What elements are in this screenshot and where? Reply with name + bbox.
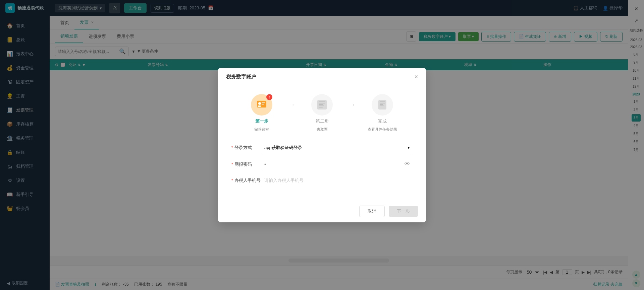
- step-1-label: 第一步: [255, 118, 268, 124]
- eye-icon[interactable]: 👁: [405, 161, 413, 167]
- next-button[interactable]: 下一步: [389, 206, 418, 217]
- step-3-icon: [376, 99, 388, 111]
- svg-rect-13: [380, 103, 385, 103]
- svg-rect-4: [262, 104, 264, 104]
- step-3: 完成 查看具体任务结果: [356, 94, 409, 132]
- password-input[interactable]: [262, 160, 405, 169]
- arrow-2: →: [349, 101, 356, 108]
- svg-rect-3: [262, 102, 265, 103]
- svg-rect-14: [380, 104, 383, 105]
- step-2-icon: [316, 99, 328, 111]
- modal-close-button[interactable]: ×: [414, 73, 418, 80]
- chevron-down-icon: ▾: [408, 145, 410, 150]
- svg-rect-9: [319, 105, 324, 106]
- step-3-desc: 查看具体任务结果: [368, 127, 397, 132]
- step-1: ! 第一步 完善账密: [235, 94, 288, 132]
- phone-label: 办税人手机号: [231, 177, 262, 184]
- step-2-label: 第二步: [316, 118, 329, 124]
- login-method-value: app获取验证码登录: [264, 145, 302, 151]
- modal-tax-digital: 税务数字账户 × !: [218, 68, 426, 222]
- steps-indicator: ! 第一步 完善账密 →: [231, 94, 413, 132]
- login-method-label: 登录方式: [231, 145, 262, 151]
- svg-rect-2: [258, 105, 261, 107]
- login-method-select[interactable]: app获取验证码登录 ▾: [262, 143, 413, 153]
- cancel-button[interactable]: 取消: [359, 206, 385, 217]
- step-2-icon-wrap: [311, 94, 333, 116]
- svg-rect-8: [319, 104, 323, 105]
- step-1-badge: !: [266, 94, 272, 100]
- step-3-label: 完成: [378, 118, 387, 124]
- form-password: 网报密码 👁: [231, 160, 413, 169]
- modal-header: 税务数字账户 ×: [218, 68, 426, 86]
- form-phone: 办税人手机号: [231, 176, 413, 185]
- form-login-method: 登录方式 app获取验证码登录 ▾: [231, 143, 413, 153]
- svg-rect-10: [319, 107, 323, 107]
- password-field-wrap: 👁: [262, 160, 413, 169]
- step-1-icon: [256, 99, 268, 111]
- step-1-desc: 完善账密: [254, 127, 269, 132]
- svg-rect-6: [319, 101, 325, 102]
- modal-title: 税务数字账户: [226, 74, 256, 80]
- svg-rect-7: [319, 103, 325, 103]
- step-2: 第二步 去取票: [295, 94, 349, 132]
- phone-input[interactable]: [262, 176, 413, 185]
- modal-footer: 取消 下一步: [218, 200, 426, 222]
- modal-body: ! 第一步 完善账密 →: [218, 86, 426, 200]
- svg-rect-12: [380, 101, 385, 102]
- svg-point-1: [258, 102, 261, 105]
- arrow-1: →: [288, 101, 295, 108]
- step-2-desc: 去取票: [317, 127, 328, 132]
- step-1-icon-wrap: !: [251, 94, 272, 116]
- step-3-icon-wrap: [372, 94, 393, 116]
- svg-rect-15: [380, 105, 384, 106]
- password-label: 网报密码: [231, 161, 262, 167]
- modal-overlay[interactable]: 税务数字账户 × !: [0, 0, 644, 290]
